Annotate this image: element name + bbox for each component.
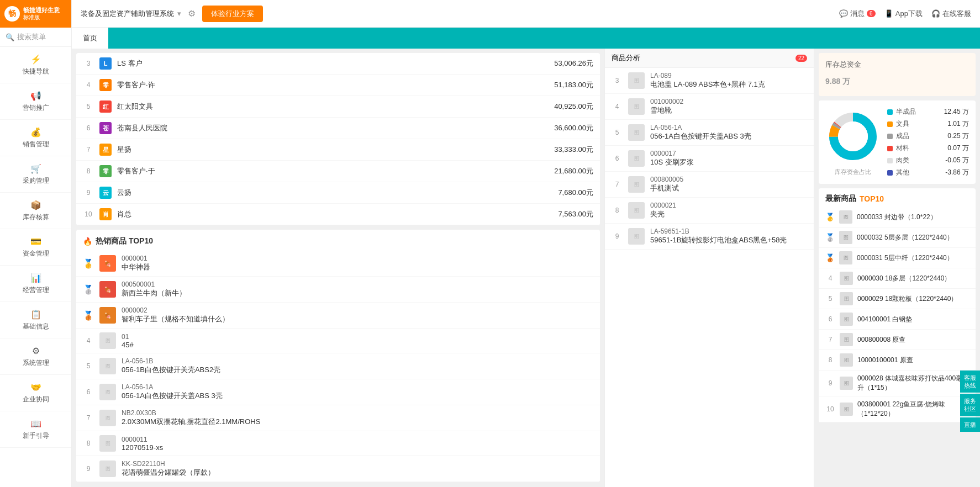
sidebar-item-inventory[interactable]: 📦 库存核算: [0, 193, 71, 229]
system-selector[interactable]: 装备及固定资产辅助管理系统 ▾: [81, 9, 181, 19]
sidebar-item-label: 经营管理: [23, 285, 49, 295]
sidebar-item-marketing[interactable]: 📢 营销推广: [0, 83, 71, 120]
sidebar-item-system[interactable]: ⚙ 系统管理: [0, 338, 71, 375]
latest-product-row: 7 图 000800008 原查: [819, 330, 976, 350]
float-btn-live[interactable]: 直播: [960, 417, 980, 432]
sidebar-item-cooperation[interactable]: 🤝 企业协同: [0, 375, 71, 411]
product-image: 图: [839, 210, 852, 224]
sidebar-item-purchase[interactable]: 🛒 采购管理: [0, 156, 71, 193]
legend-value: -3.86 万: [945, 168, 969, 177]
rank-number: 8: [612, 207, 623, 214]
product-name: 中华神器: [122, 262, 593, 272]
rank-number: 6: [825, 315, 835, 323]
sales-icon: 💰: [30, 126, 41, 137]
legend-item: 文具 1.01 万: [887, 119, 969, 129]
float-btn-community[interactable]: 服务社区: [960, 394, 980, 416]
product-code: LA-056-1B: [122, 357, 593, 365]
rank-number: 3: [612, 77, 623, 84]
product-name: 2.0X30MM双摆花轴,摆花直径2.1MM/ROHS: [122, 417, 593, 427]
medal-icon: 🥇: [825, 213, 835, 221]
product-name: 电池盖 LA-089 ABS本色+黑种 7.1克: [650, 80, 807, 89]
product-name: 智利车子里（规格不知道填什么）: [122, 314, 593, 324]
product-code: KK-SD22110H: [122, 460, 593, 468]
latest-product-row: 8 图 10000100001 原查: [819, 350, 976, 370]
hot-product-row: 6 图 LA-056-1A 056-1A白色按键开关盖ABS 3壳: [76, 379, 600, 405]
customer-badge: L: [99, 57, 112, 70]
product-name: 夹壳: [650, 209, 807, 219]
product-info: 0000031 5层中纤（1220*2440）: [857, 253, 969, 263]
rank-number: 5: [612, 129, 623, 136]
product-name: 10S 变刷罗浆: [650, 157, 807, 167]
latest-product-row: 🥇 图 0000033 封边带（1.0*22）: [819, 207, 976, 227]
sidebar-item-operations[interactable]: 📊 经营管理: [0, 266, 71, 302]
sidebar-item-guide[interactable]: 📖 新手引导: [0, 411, 71, 448]
latest-product-row: 🥉 图 0000031 5层中纤（1220*2440）: [819, 248, 976, 268]
customer-row: 7 星 星扬 33,333.00元: [76, 139, 600, 161]
sidebar-item-quick-nav[interactable]: ⚡ 快捷导航: [0, 47, 71, 83]
message-badge: 6: [867, 10, 876, 17]
customer-row: 3 L LS 客户 53,006.26元: [76, 53, 600, 75]
product-name: 5层多层（1220*2440）: [884, 234, 953, 241]
product-info: 10000100001 原查: [857, 356, 969, 365]
product-code: LA-089: [650, 72, 807, 80]
sidebar: 畅 畅捷通好生意 标准版 🔍 搜索菜单 ⚡ 快捷导航 📢 营销推广 💰 销售管理…: [0, 0, 72, 487]
online-service-button[interactable]: 🎧 在线客服: [931, 9, 971, 19]
sidebar-item-label: 新手引导: [23, 431, 49, 441]
logo-icon: 畅: [4, 6, 20, 22]
sidebar-item-sales[interactable]: 💰 销售管理: [0, 120, 71, 156]
product-code: 0000017: [650, 150, 807, 157]
settings-gear-icon[interactable]: ⚙: [188, 8, 196, 19]
product-info: KK-SD22110H 花语萌僵温分罐罐袋（厚款）: [122, 460, 593, 478]
middle-panel-row: 6 图 0000017 10S 变刷罗浆: [605, 146, 814, 172]
customer-name: 星扬: [117, 145, 549, 155]
product-code: 0000033: [857, 213, 883, 221]
product-code: 0000029: [857, 295, 883, 303]
product-info: 01 45#: [122, 333, 593, 349]
hot-product-row: 🥈 🍖 000500001 新西兰牛肉（新牛）: [76, 277, 600, 303]
trial-button[interactable]: 体验行业方案: [202, 6, 263, 22]
inventory-card: 库存总资金 9.88万: [819, 53, 976, 96]
customer-name: LS 客户: [117, 59, 549, 68]
latest-product-row: 4 图 0000030 18多层（1220*2440）: [819, 268, 976, 289]
app-download-label: App下载: [895, 9, 923, 19]
message-button[interactable]: 💬 消息 6: [839, 9, 876, 19]
app-download-button[interactable]: 📱 App下载: [884, 9, 923, 19]
legend-label: 材料: [896, 144, 944, 153]
tab-home[interactable]: 首页: [72, 28, 108, 49]
product-code: 0000021: [650, 202, 807, 209]
system-name: 装备及固定资产辅助管理系统: [81, 9, 174, 19]
product-image: 图: [99, 435, 116, 452]
legend-item: 其他 -3.86 万: [887, 168, 969, 177]
dropdown-arrow-icon[interactable]: ▾: [177, 9, 181, 18]
product-name: 12070519-xs: [122, 443, 593, 452]
rank-number: 7: [612, 181, 623, 188]
sidebar-item-finance[interactable]: 💳 资金管理: [0, 229, 71, 266]
middle-panel-row: 3 图 LA-089 电池盖 LA-089 ABS本色+黑种 7.1克: [605, 68, 814, 94]
donut-chart: [825, 109, 881, 166]
inventory-icon: 📦: [30, 199, 41, 210]
rank-number: 4: [825, 274, 835, 282]
product-info: 0000029 18颗粒板（1220*2440）: [857, 294, 969, 304]
legend-value: 0.25 万: [947, 131, 969, 141]
customer-row: 10 肖 肖总 7,563.00元: [76, 204, 600, 225]
product-code: 000800008: [857, 336, 891, 343]
sidebar-item-label: 库存核算: [23, 213, 49, 222]
legend-color-dot: [887, 109, 893, 115]
customer-row: 5 红 红太阳文具 40,925.00元: [76, 96, 600, 118]
latest-product-row: 6 图 004100001 白钢垫: [819, 309, 976, 330]
product-code: 0000030: [857, 274, 883, 282]
medal-icon: 🥇: [83, 258, 94, 269]
product-image: 图: [99, 358, 116, 374]
search-menu-item[interactable]: 🔍 搜索菜单: [0, 28, 71, 47]
customer-amount: 7,563.00元: [558, 209, 593, 219]
product-info: LA-59651-1B 59651-1B旋转投影灯电池盒ABS黑色+58壳: [650, 227, 807, 245]
guide-icon: 📖: [30, 418, 41, 429]
legend-item: 成品 0.25 万: [887, 131, 969, 141]
rank-number: 6: [612, 155, 623, 162]
sidebar-item-basics[interactable]: 📋 基础信息: [0, 302, 71, 338]
middle-panel-row: 4 图 001000002 雪地靴: [605, 94, 814, 120]
product-name: 59651-1B旋转投影灯电池盒ABS黑色+58壳: [650, 235, 807, 245]
product-info: NB2.0X30B 2.0X30MM双摆花轴,摆花直径2.1MM/ROHS: [122, 409, 593, 427]
float-btn-service[interactable]: 客服热线: [960, 370, 980, 393]
rank-number: 3: [83, 60, 94, 67]
